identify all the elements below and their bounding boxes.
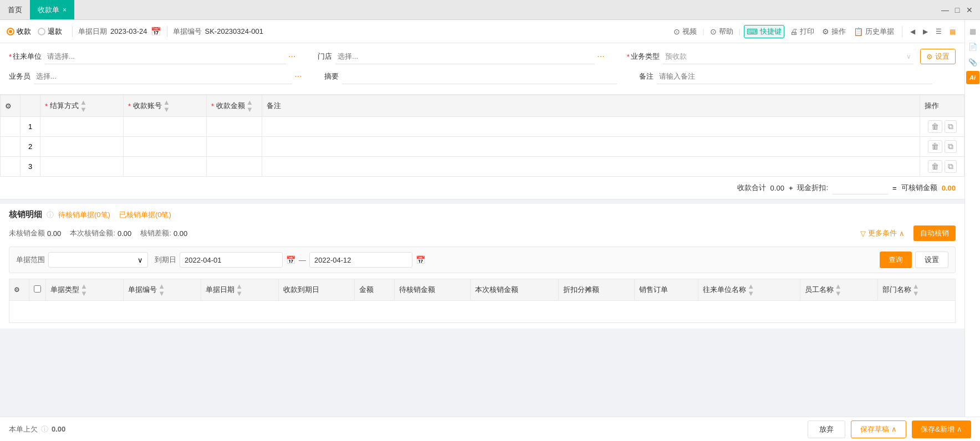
this-order-label: 本单上欠 bbox=[9, 424, 38, 434]
store-field: 门店 ··· bbox=[318, 49, 604, 64]
settings-button[interactable]: ⚙ 设置 bbox=[920, 49, 956, 64]
close-button[interactable]: ✕ bbox=[963, 4, 976, 16]
next-action[interactable]: ▶ bbox=[921, 27, 930, 37]
col-current-2-header: 本次核销金额 bbox=[471, 279, 559, 301]
main-content: 收款 退款 单据日期 2023-03-24 📅 单据编号 SK-20230324… bbox=[0, 20, 964, 417]
help-action[interactable]: ⊙ 帮助 bbox=[708, 25, 736, 38]
save-button[interactable]: 保存&新增 ∧ bbox=[912, 421, 971, 438]
row-3-amount[interactable] bbox=[207, 157, 262, 177]
partner-more-icon[interactable]: ··· bbox=[288, 52, 295, 61]
calendar-start-icon[interactable]: 📅 bbox=[286, 255, 295, 264]
more-conditions-btn[interactable]: ▽ 更多条件 ∧ bbox=[860, 228, 905, 238]
remark-field: 备注 bbox=[639, 69, 932, 84]
prev-action[interactable]: ◀ bbox=[908, 27, 917, 37]
row-2-account[interactable] bbox=[124, 137, 207, 157]
maximize-button[interactable]: □ bbox=[951, 4, 963, 16]
draft-button[interactable]: 保存草稿 ∧ bbox=[851, 421, 906, 438]
history-action[interactable]: 📋 历史单据 bbox=[851, 25, 896, 38]
row-3-index: 3 bbox=[21, 157, 40, 177]
sort-staff-icon[interactable]: ▲▼ bbox=[835, 283, 842, 297]
radio-refund[interactable]: 退款 bbox=[38, 27, 62, 37]
row-2-settlement[interactable] bbox=[40, 137, 124, 157]
sidebar-clip-icon[interactable]: 📎 bbox=[966, 55, 979, 69]
store-input[interactable] bbox=[335, 49, 595, 64]
biz-type-select[interactable]: 预收款 ∨ bbox=[663, 49, 913, 64]
doc-range-field: 单据范围 ∨ bbox=[16, 252, 148, 268]
calendar-end-icon[interactable]: 📅 bbox=[416, 255, 425, 264]
select-all-checkbox[interactable] bbox=[34, 285, 41, 293]
col-checkbox-header[interactable] bbox=[29, 279, 46, 301]
due-date-end-input[interactable] bbox=[309, 252, 412, 268]
summary-input[interactable] bbox=[342, 69, 617, 84]
sidebar-doc-icon[interactable]: 📄 bbox=[966, 40, 979, 53]
remark-input[interactable] bbox=[657, 69, 932, 84]
sort-account-icon[interactable]: ▲▼ bbox=[163, 99, 170, 113]
layout-grid-action[interactable]: ▦ bbox=[947, 27, 958, 37]
doc-date-value[interactable]: 2023-03-24 bbox=[110, 27, 147, 35]
footer-right: 放弃 保存草稿 ∧ 保存&新增 ∧ bbox=[808, 421, 971, 438]
row-3-settlement[interactable] bbox=[40, 157, 124, 177]
sort-settlement-icon[interactable]: ▲▼ bbox=[80, 99, 87, 113]
sort-amount-icon[interactable]: ▲▼ bbox=[246, 99, 253, 113]
shortcut-action[interactable]: ⌨ 快捷键 bbox=[744, 25, 784, 38]
sort-doc-type-icon[interactable]: ▲▼ bbox=[80, 283, 88, 297]
sort-doc-date-icon[interactable]: ▲▼ bbox=[236, 283, 243, 297]
unchecked-value: 0.00 bbox=[47, 229, 61, 238]
writeoff-info-icon[interactable]: ⓘ bbox=[47, 210, 54, 220]
doc-range-select[interactable]: ∨ bbox=[48, 252, 148, 268]
sidebar-ai-icon[interactable]: Ai bbox=[966, 71, 979, 84]
row-1-remark[interactable] bbox=[262, 117, 920, 137]
row-1-copy-icon[interactable]: ⧉ bbox=[945, 120, 957, 133]
col-account-header: * 收款账号 ▲▼ bbox=[124, 95, 207, 117]
row-2-delete-icon[interactable]: 🗑 bbox=[928, 140, 942, 153]
row-2-copy-icon[interactable]: ⧉ bbox=[945, 140, 957, 153]
row-1-delete-icon[interactable]: 🗑 bbox=[928, 120, 942, 133]
radio-receipt[interactable]: 收款 bbox=[7, 27, 31, 37]
row-1-settlement[interactable] bbox=[40, 117, 124, 137]
tab-home[interactable]: 首页 bbox=[0, 0, 30, 19]
row-1-amount[interactable] bbox=[207, 117, 262, 137]
pending-tab-link[interactable]: 待核销单据(0笔) bbox=[58, 210, 110, 220]
video-action[interactable]: ⊙ 视频 bbox=[671, 25, 699, 38]
store-more-icon[interactable]: ··· bbox=[597, 52, 604, 61]
operation-action[interactable]: ⚙ 操作 bbox=[820, 25, 848, 38]
due-date-start-input[interactable] bbox=[180, 252, 283, 268]
staff-input[interactable] bbox=[34, 69, 292, 84]
row-1-index: 1 bbox=[21, 117, 40, 137]
settings-gear-icon: ⚙ bbox=[926, 53, 933, 61]
query-button[interactable]: 查询 bbox=[880, 252, 912, 268]
discount-input[interactable] bbox=[833, 181, 888, 194]
row-2-remark[interactable] bbox=[262, 137, 920, 157]
row-3-delete-icon[interactable]: 🗑 bbox=[928, 160, 942, 173]
row-1-account[interactable] bbox=[124, 117, 207, 137]
tab-receipt[interactable]: 收款单 × bbox=[30, 0, 74, 19]
minimize-button[interactable]: — bbox=[939, 4, 951, 16]
print-action[interactable]: 🖨 打印 bbox=[788, 25, 816, 38]
row-2-amount[interactable] bbox=[207, 137, 262, 157]
close-tab-icon[interactable]: × bbox=[63, 6, 67, 14]
layout-list-action[interactable]: ☰ bbox=[933, 27, 944, 37]
row-1-settings bbox=[1, 117, 21, 137]
sort-partner-icon[interactable]: ▲▼ bbox=[747, 283, 754, 297]
this-order-value: 0.00 bbox=[52, 425, 65, 433]
toolbar: 收款 退款 单据日期 2023-03-24 📅 单据编号 SK-20230324… bbox=[0, 20, 964, 43]
staff-more-icon[interactable]: ··· bbox=[294, 71, 302, 81]
col-settings-2-header[interactable]: ⚙ bbox=[9, 279, 29, 301]
done-tab-link[interactable]: 已核销单据(0笔) bbox=[119, 210, 171, 220]
receipt-table-section: ⚙ * 结算方式 ▲▼ * 收款账号 ▲▼ bbox=[0, 95, 964, 199]
auto-writeoff-button[interactable]: 自动核销 bbox=[913, 225, 956, 241]
row-3-remark[interactable] bbox=[262, 157, 920, 177]
col-settings-header[interactable]: ⚙ bbox=[1, 95, 21, 117]
sidebar-table-icon[interactable]: ▦ bbox=[966, 24, 979, 38]
partner-input[interactable] bbox=[45, 49, 286, 64]
calendar-icon[interactable]: 📅 bbox=[151, 27, 161, 37]
row-1-action: 🗑 ⧉ bbox=[920, 117, 964, 137]
row-3-copy-icon[interactable]: ⧉ bbox=[945, 160, 957, 173]
sort-dept-icon[interactable]: ▲▼ bbox=[912, 283, 920, 297]
abandon-button[interactable]: 放弃 bbox=[808, 421, 845, 438]
doc-no-value[interactable]: SK-20230324-001 bbox=[205, 27, 264, 35]
sort-doc-no-icon[interactable]: ▲▼ bbox=[158, 283, 165, 297]
settings-button-2[interactable]: 设置 bbox=[915, 252, 948, 268]
col-amount-2-header: 金额 bbox=[355, 279, 395, 301]
row-3-account[interactable] bbox=[124, 157, 207, 177]
